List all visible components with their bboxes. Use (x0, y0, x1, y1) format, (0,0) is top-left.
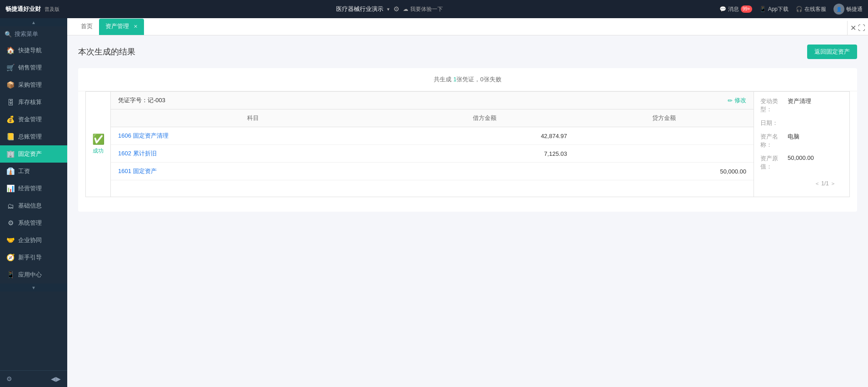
result-summary: 共生成 1张凭证，0张失败 (78, 68, 857, 91)
debit-cell: 7,125.03 (395, 145, 575, 163)
settings-footer-icon[interactable]: ⚙ (6, 375, 12, 382)
sidebar-scroll-up[interactable]: ▲ (0, 18, 67, 26)
asset-name-value: 电脑 (788, 133, 799, 149)
sidebar-item-fixed-assets[interactable]: 🏢 固定资产 (0, 145, 67, 163)
experience-button[interactable]: ☁ 我要体验一下 (403, 5, 443, 13)
original-value-label: 资产原值： (760, 154, 788, 171)
search-icon: 🔍 (5, 31, 12, 38)
sidebar-item-system[interactable]: ⚙ 系统管理 (0, 214, 67, 232)
headset-icon: 🎧 (796, 6, 803, 12)
credit-cell (574, 127, 754, 145)
status-side: ✅ 成功 (86, 92, 111, 197)
col-subject: 科目 (111, 109, 395, 127)
sidebar-search[interactable]: 🔍 搜索菜单 (0, 26, 67, 42)
debit-cell (395, 163, 575, 180)
collapse-sidebar-icon[interactable]: ◀▶ (51, 375, 61, 382)
side-info-date: 日期： (760, 119, 843, 127)
app-center-icon: 📱 (6, 271, 15, 279)
home-icon: 🏠 (6, 46, 15, 55)
return-fixed-assets-button[interactable]: 返回固定资产 (807, 45, 857, 59)
sidebar-item-operations[interactable]: 📊 经营管理 (0, 180, 67, 197)
app-download-action[interactable]: 📱 App下载 (759, 5, 789, 13)
page-content: 本次生成的结果 返回固定资产 共生成 1张凭证，0张失败 ✅ 成功 (67, 35, 868, 387)
close-panel-button[interactable]: ✕ (850, 24, 856, 32)
message-icon: 💬 (719, 6, 726, 12)
tab-asset-management[interactable]: 资产管理 ✕ (99, 19, 144, 35)
sidebar-item-quick-nav[interactable]: 🏠 快捷导航 (0, 42, 67, 59)
logo-area: 畅捷通好业财 普及版 (5, 5, 60, 13)
sidebar-item-enterprise[interactable]: 🤝 企业协同 (0, 232, 67, 249)
page-header: 本次生成的结果 返回固定资产 (78, 45, 857, 59)
table-row: 1602 累计折旧 7,125.03 (111, 145, 754, 163)
panel-actions: ✕ ⛶ (847, 21, 868, 35)
phone-icon: 📱 (759, 6, 766, 12)
voucher-table-side: 凭证字号：记-003 ✏ 修改 科目 借方金额 (111, 92, 754, 197)
sidebar: ▲ 🔍 搜索菜单 🏠 快捷导航 🛒 销售管理 📦 采购管理 🗄 库存核算 💰 资… (0, 18, 67, 387)
sidebar-item-purchase[interactable]: 📦 采购管理 (0, 76, 67, 94)
tab-home[interactable]: 首页 (74, 19, 99, 35)
change-type-value: 资产清理 (788, 97, 811, 114)
sidebar-item-finance[interactable]: 💰 资金管理 (0, 111, 67, 128)
edit-button[interactable]: ✏ 修改 (728, 96, 746, 104)
table-row: 1601 固定资产 50,000.00 (111, 163, 754, 180)
sidebar-item-guide[interactable]: 🧭 新手引导 (0, 249, 67, 266)
edit-icon: ✏ (728, 97, 733, 104)
basic-info-icon: 🗂 (6, 202, 15, 210)
header-center: 医疗器械行业演示 ▾ ⚙ ☁ 我要体验一下 (336, 5, 443, 13)
voucher-table: 科目 借方金额 贷方金额 1606 固定资产清理 42,874.97 (111, 109, 754, 180)
fixed-assets-icon: 🏢 (6, 150, 15, 158)
avatar: 👤 (833, 4, 844, 15)
side-info-original-value: 资产原值： 50,000.00 (760, 154, 843, 171)
side-info-asset-name: 资产名称： 电脑 (760, 133, 843, 149)
sidebar-scroll-down[interactable]: ▼ (0, 283, 67, 292)
company-dropdown-icon[interactable]: ▾ (387, 6, 390, 12)
subject-cell: 1606 固定资产清理 (111, 127, 395, 145)
info-side-panel: 变动类型： 资产清理 日期： 资产名称： 电脑 资产原值： (754, 92, 849, 197)
sidebar-item-basic-info[interactable]: 🗂 基础信息 (0, 197, 67, 214)
header-right: 💬 消息 99+ 📱 App下载 🎧 在线客服 👤 畅捷通 (719, 4, 863, 15)
tab-close-icon[interactable]: ✕ (134, 24, 138, 29)
online-service-action[interactable]: 🎧 在线客服 (796, 5, 826, 13)
col-debit: 借方金额 (395, 109, 575, 127)
page-info: 1/1 (821, 180, 830, 187)
sidebar-item-inventory[interactable]: 🗄 库存核算 (0, 94, 67, 111)
table-row: 1606 固定资产清理 42,874.97 (111, 127, 754, 145)
cloud-icon: ☁ (403, 6, 408, 12)
message-badge: 99+ (741, 5, 752, 13)
result-container: 共生成 1张凭证，0张失败 ✅ 成功 凭证字号：记-003 (78, 68, 857, 212)
payroll-icon: 👔 (6, 167, 15, 175)
ledger-icon: 📒 (6, 133, 15, 141)
prev-page-icon[interactable]: ＜ (814, 180, 820, 187)
original-value-value: 50,000.00 (788, 154, 814, 171)
pagination: ＜ 1/1 ＞ (760, 176, 843, 191)
voucher-number: 凭证字号：记-003 (118, 96, 165, 104)
user-profile-action[interactable]: 👤 畅捷通 (833, 4, 863, 15)
voucher-header-row: 凭证字号：记-003 ✏ 修改 (111, 92, 754, 109)
side-info-change-type: 变动类型： 资产清理 (760, 97, 843, 114)
change-type-label: 变动类型： (760, 97, 788, 114)
sidebar-item-payroll[interactable]: 👔 工资 (0, 163, 67, 180)
header-settings-icon[interactable]: ⚙ (393, 5, 399, 13)
subject-cell: 1602 累计折旧 (111, 145, 395, 163)
debit-cell: 42,874.97 (395, 127, 575, 145)
operations-icon: 📊 (6, 184, 15, 193)
date-label: 日期： (760, 119, 788, 127)
app-logo: 畅捷通好业财 (5, 5, 41, 13)
purchase-icon: 📦 (6, 81, 15, 89)
sales-icon: 🛒 (6, 64, 15, 72)
enterprise-icon: 🤝 (6, 236, 15, 244)
sidebar-item-app-center[interactable]: 📱 应用中心 (0, 266, 67, 283)
finance-icon: 💰 (6, 115, 15, 124)
success-label: 成功 (93, 147, 104, 155)
next-page-icon[interactable]: ＞ (830, 180, 836, 187)
expand-panel-button[interactable]: ⛶ (858, 24, 865, 32)
company-name: 医疗器械行业演示 (336, 5, 383, 13)
page-title: 本次生成的结果 (78, 46, 135, 57)
sidebar-item-sales[interactable]: 🛒 销售管理 (0, 59, 67, 76)
system-icon: ⚙ (6, 219, 15, 227)
sidebar-item-ledger[interactable]: 📒 总账管理 (0, 128, 67, 145)
sidebar-footer: ⚙ ◀▶ (0, 370, 67, 387)
messages-action[interactable]: 💬 消息 99+ (719, 5, 752, 13)
voucher-count: 1 (453, 76, 456, 83)
asset-name-label: 资产名称： (760, 133, 788, 149)
